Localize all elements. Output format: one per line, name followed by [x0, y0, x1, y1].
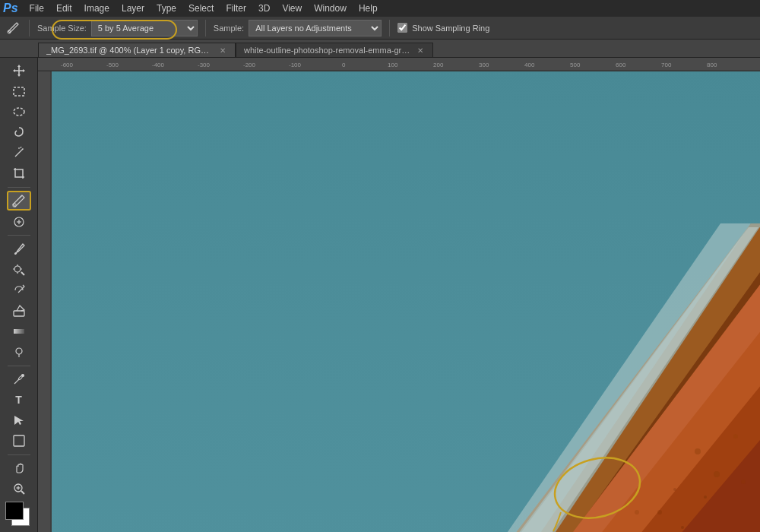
tab-2[interactable]: white-outline-photoshop-removal-emma-gri… — [236, 43, 433, 57]
tool-divider-3 — [8, 366, 30, 366]
type-tool[interactable]: T — [7, 391, 31, 410]
svg-text:500: 500 — [570, 62, 581, 68]
svg-text:-200: -200 — [243, 62, 256, 68]
svg-line-7 — [21, 147, 21, 148]
svg-point-57 — [681, 526, 684, 529]
canvas-svg — [52, 71, 760, 532]
tab-1-close[interactable]: ✕ — [218, 46, 227, 55]
spot-heal-tool[interactable] — [7, 212, 31, 231]
svg-point-54 — [704, 496, 707, 499]
menu-help[interactable]: Help — [353, 2, 383, 15]
svg-rect-45 — [38, 71, 52, 532]
separator-1 — [29, 20, 30, 36]
brush-tool[interactable] — [7, 239, 31, 258]
show-sampling-ring-checkbox[interactable] — [397, 23, 407, 33]
svg-point-3 — [14, 108, 24, 116]
svg-point-56 — [741, 480, 746, 484]
svg-rect-28 — [38, 58, 760, 71]
ellipse-marquee-tool[interactable] — [7, 102, 31, 121]
menu-image[interactable]: Image — [79, 2, 115, 15]
menu-type[interactable]: Type — [151, 2, 182, 15]
color-boxes[interactable] — [5, 502, 33, 529]
eraser-tool[interactable] — [7, 301, 31, 320]
svg-rect-23 — [14, 435, 24, 446]
shape-tool[interactable] — [7, 432, 31, 451]
tool-divider-2 — [8, 235, 30, 236]
svg-point-51 — [695, 448, 701, 454]
svg-point-13 — [14, 266, 21, 272]
svg-text:-600: -600 — [61, 62, 74, 68]
horizontal-ruler: -600 -500 -400 -300 -200 -100 0 100 200 … — [38, 58, 760, 71]
rect-marquee-tool[interactable] — [7, 81, 31, 100]
svg-text:800: 800 — [707, 62, 717, 68]
svg-line-8 — [20, 195, 22, 198]
pen-tool[interactable] — [7, 370, 31, 389]
menu-window[interactable]: Window — [309, 2, 352, 15]
gradient-tool[interactable] — [7, 322, 31, 341]
svg-point-50 — [673, 488, 676, 491]
dodge-tool[interactable] — [7, 343, 31, 362]
app-logo: Ps — [3, 2, 18, 15]
svg-text:300: 300 — [479, 62, 489, 68]
path-select-tool[interactable] — [7, 411, 31, 430]
menu-file[interactable]: File — [24, 2, 49, 15]
sample-dropdown[interactable]: All Layers no Adjustments Current Layer … — [249, 20, 382, 36]
svg-point-20 — [16, 348, 22, 354]
tab-2-close[interactable]: ✕ — [416, 46, 425, 55]
svg-point-49 — [657, 510, 662, 515]
tool-divider-4 — [8, 454, 30, 455]
separator-3 — [389, 20, 390, 36]
sample-size-label: Sample Size: — [37, 24, 87, 33]
tab-1-label: _MG_2693.tif @ 400% (Layer 1 copy, RGB/1… — [46, 46, 214, 55]
options-bar: Sample Size: 5 by 5 Average Point Sample… — [0, 17, 760, 40]
sample-label: Sample: — [214, 24, 244, 33]
move-tool[interactable] — [7, 61, 31, 80]
clone-stamp-tool[interactable] — [7, 260, 31, 279]
menu-bar: Ps File Edit Image Layer Type Select Fil… — [0, 0, 760, 17]
canvas-image — [52, 71, 760, 532]
tab-2-label: white-outline-photoshop-removal-emma-gri… — [244, 46, 411, 55]
menu-3d[interactable]: 3D — [253, 2, 275, 15]
zoom-tool[interactable] — [7, 480, 31, 499]
svg-text:700: 700 — [661, 62, 672, 68]
vertical-ruler — [38, 71, 52, 532]
svg-text:200: 200 — [433, 62, 444, 68]
svg-text:-500: -500 — [106, 62, 119, 68]
menu-layer[interactable]: Layer — [116, 2, 150, 15]
svg-rect-2 — [14, 87, 24, 96]
tab-1[interactable]: _MG_2693.tif @ 400% (Layer 1 copy, RGB/1… — [38, 43, 236, 57]
menu-view[interactable]: View — [277, 2, 307, 15]
hand-tool[interactable] — [7, 459, 31, 478]
svg-point-58 — [635, 510, 639, 515]
menu-filter[interactable]: Filter — [220, 2, 252, 15]
history-brush-tool[interactable] — [7, 280, 31, 299]
svg-text:-300: -300 — [198, 62, 211, 68]
tab-bar: _MG_2693.tif @ 400% (Layer 1 copy, RGB/1… — [0, 40, 760, 58]
foreground-color-swatch[interactable] — [5, 502, 24, 520]
svg-text:400: 400 — [524, 62, 535, 68]
svg-point-53 — [733, 434, 738, 439]
svg-text:600: 600 — [616, 62, 626, 68]
eyedropper-tool-icon[interactable] — [5, 20, 21, 36]
svg-text:-100: -100 — [289, 62, 302, 68]
lasso-tool[interactable] — [7, 122, 31, 141]
tool-divider-1 — [8, 187, 30, 188]
tool-panel: T — [0, 58, 38, 532]
menu-edit[interactable]: Edit — [51, 2, 78, 15]
crop-tool[interactable] — [7, 163, 31, 182]
canvas-area[interactable]: -600 -500 -400 -300 -200 -100 0 100 200 … — [38, 58, 760, 532]
svg-line-0 — [14, 23, 17, 25]
separator-2 — [205, 20, 206, 36]
svg-text:100: 100 — [388, 62, 398, 68]
sample-size-dropdown[interactable]: 5 by 5 Average Point Sample 3 by 3 Avera… — [91, 20, 198, 36]
svg-line-25 — [21, 491, 24, 494]
magic-wand-tool[interactable] — [7, 143, 31, 162]
svg-point-61 — [714, 471, 720, 477]
menu-select[interactable]: Select — [183, 2, 219, 15]
main-area: T — [0, 58, 760, 532]
svg-point-22 — [21, 375, 24, 377]
svg-rect-18 — [14, 311, 24, 316]
eyedropper-tool-btn[interactable] — [7, 191, 31, 211]
show-sampling-ring-label[interactable]: Show Sampling Ring — [412, 24, 489, 33]
svg-rect-19 — [14, 329, 24, 334]
